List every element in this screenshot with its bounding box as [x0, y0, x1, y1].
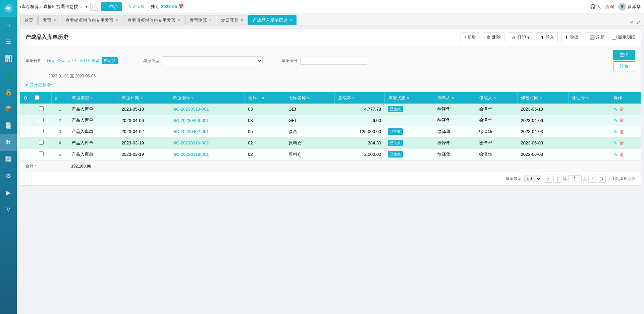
- row-checkbox-cell[interactable]: [31, 126, 52, 137]
- tab-home[interactable]: 首页: [20, 15, 38, 25]
- tab-invoice-calc[interactable]: 发票测算 ✕: [185, 15, 216, 25]
- delete-row-icon[interactable]: 🗑: [620, 107, 624, 112]
- refresh-button[interactable]: 🔄 刷新: [586, 32, 608, 42]
- maximize-icon[interactable]: ⤢: [637, 20, 641, 25]
- last-page-button[interactable]: ⟩⟩: [598, 175, 606, 183]
- shortcut-1month[interactable]: 近1月: [79, 58, 90, 64]
- tab-sales-invoice-close[interactable]: ✕: [115, 18, 118, 22]
- row-checkbox-cell[interactable]: [31, 104, 52, 115]
- th-type[interactable]: 单据类型⇅: [68, 92, 118, 104]
- sidebar-item-play[interactable]: ▶: [0, 184, 17, 201]
- tab-product-history-close[interactable]: ✕: [289, 18, 292, 22]
- shortcut-more[interactable]: 更多: [92, 58, 100, 64]
- delete-row-icon[interactable]: 🗑: [620, 152, 624, 157]
- workbench-button[interactable]: 工作台: [101, 2, 122, 11]
- close-all-icon[interactable]: ✕: [630, 20, 634, 25]
- th-docnum[interactable]: 单据编号⇅: [169, 92, 245, 104]
- row-checkbox-cell[interactable]: [31, 149, 52, 160]
- print-button[interactable]: 🖨 打印 ▾: [508, 32, 533, 42]
- calendar-icon[interactable]: 📅: [178, 4, 184, 9]
- row-docnum[interactable]: MC-20230402-001: [169, 126, 245, 137]
- th-status[interactable]: 单据状态⇅: [384, 92, 434, 104]
- document-icon[interactable]: 📄: [90, 3, 98, 11]
- sidebar-item-invoice[interactable]: 📑: [0, 117, 17, 134]
- edit-icon[interactable]: ✎: [613, 152, 618, 157]
- sidebar-item-version[interactable]: V: [0, 201, 17, 218]
- delete-row-icon[interactable]: 🗑: [620, 118, 624, 123]
- th-creator[interactable]: 制单人⇅: [434, 92, 476, 104]
- th-modifier[interactable]: 修改人⇅: [476, 92, 517, 104]
- shortcut-today[interactable]: 今天: [57, 58, 65, 64]
- tab-invoice-issue[interactable]: 发票开具 ✕: [217, 15, 248, 25]
- tab-purchase-invoice[interactable]: 查看进项增值税专用发票 ✕: [123, 15, 184, 25]
- th-modify-time[interactable]: 修改时间⇅: [518, 92, 569, 104]
- next-page-button[interactable]: ⟩: [588, 175, 596, 183]
- export-button[interactable]: ⬇ 导出: [561, 32, 582, 42]
- row-docnum-link[interactable]: MC-20230513-001: [172, 107, 209, 112]
- th-date[interactable]: 单据日期⇅: [118, 92, 169, 104]
- switch-version-button[interactable]: 切到旧版: [125, 2, 148, 11]
- help-button[interactable]: 🎧 人工咨询: [590, 4, 614, 10]
- checkbox-all[interactable]: [35, 95, 39, 100]
- th-checkbox[interactable]: [31, 92, 52, 104]
- edit-icon[interactable]: ✎: [613, 107, 618, 112]
- tab-product-history[interactable]: 产成品入库单历史 ✕: [248, 15, 297, 25]
- edit-icon[interactable]: ✎: [613, 140, 618, 146]
- sidebar-item-sync[interactable]: 🔄: [0, 151, 17, 168]
- tab-purchase-invoice-close[interactable]: ✕: [177, 18, 180, 22]
- shortcut-yesterday[interactable]: 昨天: [47, 58, 55, 64]
- user-menu[interactable]: 👤 徐泽华: [618, 3, 641, 11]
- row-checkbox-cell[interactable]: [31, 115, 52, 126]
- first-page-button[interactable]: ⟨⟨: [544, 175, 552, 183]
- row-checkbox[interactable]: [39, 151, 44, 156]
- th-total-cost[interactable]: 总成本⇅: [334, 92, 384, 104]
- type-filter-select[interactable]: [162, 56, 263, 65]
- display-detail-input[interactable]: [612, 35, 616, 40]
- sidebar-item-finance[interactable]: 💲: [0, 67, 17, 84]
- display-detail-checkbox[interactable]: 显示明细: [612, 34, 635, 40]
- row-checkbox[interactable]: [39, 129, 44, 133]
- set-button[interactable]: 设置: [613, 61, 635, 71]
- th-settings[interactable]: ⚙: [20, 92, 31, 104]
- th-voucher-num[interactable]: 凭证号⇅: [568, 92, 610, 104]
- th-warehouse-code[interactable]: 仓库...⇅: [245, 92, 285, 104]
- row-checkbox[interactable]: [39, 106, 44, 111]
- row-checkbox-cell[interactable]: [31, 137, 52, 149]
- edit-icon[interactable]: ✎: [613, 129, 618, 134]
- row-docnum-link[interactable]: MC-20230319-002: [172, 140, 209, 145]
- tab-invoice-issue-close[interactable]: ✕: [240, 18, 243, 22]
- tab-invoice-close[interactable]: ✕: [53, 18, 56, 22]
- row-docnum[interactable]: MC-20230406-001: [169, 115, 245, 126]
- sidebar-item-docs[interactable]: ☰: [0, 34, 17, 50]
- new-button[interactable]: + 新增: [461, 33, 479, 42]
- sidebar-item-home[interactable]: ⌂: [0, 17, 17, 34]
- sidebar-item-settings[interactable]: ⚙: [0, 168, 17, 184]
- row-docnum[interactable]: MC-20230319-001: [169, 149, 245, 160]
- sidebar-item-tools[interactable]: 🛠: [0, 134, 17, 151]
- delete-row-icon[interactable]: 🗑: [620, 140, 624, 146]
- page-size-select[interactable]: 50 20 100: [524, 175, 541, 182]
- row-docnum-link[interactable]: MC-20230402-001: [172, 129, 209, 134]
- import-button[interactable]: ⬆ 导入: [537, 32, 558, 42]
- sidebar-item-chart[interactable]: 📊: [0, 50, 17, 67]
- row-docnum-link[interactable]: MC-20230406-001: [172, 118, 209, 123]
- row-docnum[interactable]: MC-20230513-001: [169, 104, 245, 115]
- company-selector[interactable]: (库存核算）直播轻捷通信息技术股份... ▾: [20, 4, 88, 10]
- docnum-filter-input[interactable]: [300, 57, 367, 65]
- tab-invoice-calc-close[interactable]: ✕: [209, 18, 212, 22]
- sidebar-item-security[interactable]: 🔒: [0, 84, 17, 101]
- row-checkbox[interactable]: [39, 118, 44, 122]
- prev-page-button[interactable]: ⟨: [553, 175, 561, 183]
- page-input[interactable]: [568, 175, 582, 182]
- shortcut-7days[interactable]: 近7天: [67, 58, 77, 64]
- row-docnum[interactable]: MC-20230319-002: [169, 137, 245, 149]
- edit-icon[interactable]: ✎: [613, 118, 618, 123]
- tab-sales-invoice[interactable]: 查看销项增值税专用发票 ✕: [61, 15, 122, 25]
- shortcut-custom[interactable]: 自定义: [102, 57, 118, 64]
- query-button[interactable]: 查询: [613, 50, 635, 60]
- delete-row-icon[interactable]: 🗑: [620, 129, 624, 134]
- delete-button[interactable]: 🗑 删除: [483, 32, 504, 42]
- sidebar-item-inventory[interactable]: 📦: [0, 101, 17, 117]
- row-docnum-link[interactable]: MC-20230319-001: [172, 152, 209, 157]
- expand-filter-button[interactable]: ▾ 展开更多条件: [25, 82, 635, 88]
